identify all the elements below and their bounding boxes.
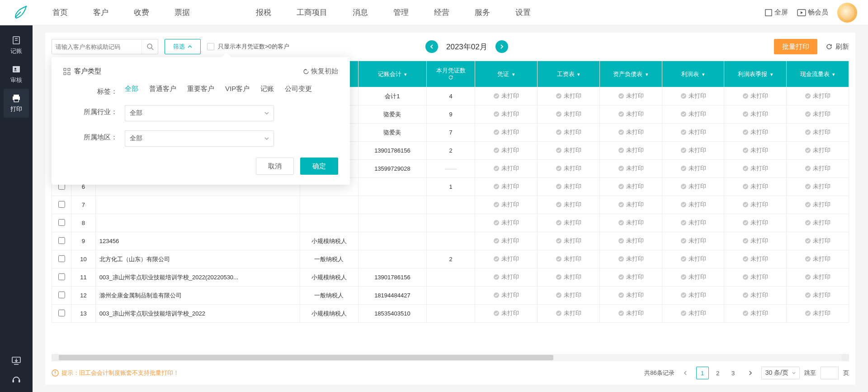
row-checkbox[interactable] [58, 219, 65, 226]
play-rect-icon [797, 9, 806, 16]
content-card: 筛选 只显示本月凭证数>0的客户 2023年02月 [45, 33, 855, 385]
nav-item-6[interactable]: 工商项目 [284, 0, 340, 25]
row-checkbox[interactable] [58, 273, 65, 280]
download-icon[interactable] [11, 356, 21, 366]
svg-point-4 [14, 68, 16, 70]
row-checkbox[interactable] [58, 292, 65, 298]
col-header-4[interactable]: 记账会计 ▾ [359, 61, 427, 87]
search-input[interactable] [52, 39, 142, 54]
nav-item-9[interactable]: 经营 [421, 0, 462, 25]
row-checkbox[interactable] [58, 310, 65, 316]
check-circle-icon [805, 256, 811, 262]
rail-item-审核[interactable]: 审核 [4, 60, 29, 89]
row-checkbox[interactable] [58, 237, 65, 244]
next-period-button[interactable] [495, 40, 508, 53]
nav-item-4[interactable]: 记账 [203, 0, 243, 25]
refresh-button[interactable]: 刷新 [826, 43, 849, 51]
tag-option[interactable]: 记账 [260, 85, 274, 93]
next-page-button[interactable] [744, 367, 757, 379]
mascot-avatar[interactable] [837, 3, 857, 23]
pagesize-select[interactable]: 30 条/页 [761, 367, 800, 379]
nav-item-1[interactable]: 客户 [80, 0, 121, 25]
table-row[interactable]: 8未打印未打印未打印未打印未打印未打印 [52, 214, 849, 232]
industry-row: 所属行业： 全部 [63, 105, 338, 121]
check-circle-icon [742, 310, 749, 316]
svg-rect-3 [13, 66, 20, 72]
col-header-5[interactable]: 本月凭证数 [426, 61, 475, 87]
tag-option[interactable]: 重要客户 [187, 85, 214, 93]
fullscreen-icon [764, 9, 773, 17]
check-circle-icon [805, 310, 811, 316]
check-circle-icon [493, 147, 500, 153]
rail-item-打印[interactable]: 打印 [4, 89, 29, 118]
scrollbar-thumb[interactable] [59, 355, 553, 360]
page-3[interactable]: 3 [727, 367, 740, 379]
tag-option[interactable]: 公司变更 [285, 85, 312, 93]
nav-item-8[interactable]: 管理 [381, 0, 421, 25]
member-label: 畅会员 [808, 8, 828, 17]
table-row[interactable]: 9123456小规模纳税人未打印未打印未打印未打印未打印未打印 [52, 232, 849, 250]
prev-period-button[interactable] [425, 40, 438, 53]
check-circle-icon [493, 274, 500, 280]
chevron-right-icon [500, 44, 504, 49]
check-circle-icon [680, 129, 687, 135]
rail-item-记账[interactable]: 记账 [4, 31, 29, 60]
page-2[interactable]: 2 [712, 367, 724, 379]
period-label: 2023年02月 [446, 42, 487, 52]
person-card-icon [11, 64, 21, 74]
horizontal-scrollbar[interactable] [52, 354, 849, 361]
show-only-checkbox[interactable]: 只显示本月凭证数>0的客户 [207, 43, 289, 51]
check-circle-icon [493, 220, 500, 226]
area-select[interactable]: 全部 [125, 130, 274, 147]
check-circle-icon [556, 220, 562, 226]
nav-item-10[interactable]: 服务 [462, 0, 503, 25]
prev-page-button[interactable] [679, 367, 692, 379]
tag-option[interactable]: 全部 [125, 85, 138, 93]
svg-rect-5 [14, 95, 19, 96]
warning-circle-icon [52, 369, 59, 377]
batch-print-button[interactable]: 批量打印 [774, 39, 817, 54]
restore-button[interactable]: 恢复初始 [303, 67, 338, 76]
search-button[interactable] [142, 39, 158, 54]
cancel-button[interactable]: 取消 [256, 158, 294, 175]
check-circle-icon [618, 274, 624, 280]
nav-item-0[interactable]: 首页 [40, 0, 80, 25]
member-button[interactable]: 畅会员 [797, 8, 828, 17]
col-header-10[interactable]: 利润表季报 ▾ [724, 61, 787, 87]
svg-rect-13 [68, 68, 70, 71]
table-row[interactable]: 10北方化工（山东）有限公司一般纳税人2未打印未打印未打印未打印未打印未打印 [52, 250, 849, 268]
scrollbar-right-arrow-icon[interactable] [842, 354, 849, 361]
col-header-11[interactable]: 现金流量表 ▾ [787, 61, 849, 87]
restore-label: 恢复初始 [311, 67, 338, 76]
nav-item-7[interactable]: 消息 [340, 0, 381, 25]
filter-button[interactable]: 筛选 [165, 39, 201, 54]
search-wrap [52, 39, 158, 54]
tag-option[interactable]: VIP客户 [225, 85, 250, 93]
table-row[interactable]: 13003_凉山州零点职业技能培训学校_2022小规模纳税人1853540351… [52, 305, 849, 323]
table-row[interactable]: 12滁州全康金属制品制造有限公司一般纳税人18194484427未打印未打印未打… [52, 287, 849, 305]
fullscreen-button[interactable]: 全屏 [764, 8, 788, 17]
filter-label: 筛选 [173, 43, 185, 51]
top-nav: 首页客户收费票据记账报税工商项目消息管理经营服务设置 全屏 畅会员 [0, 0, 868, 25]
table-row[interactable]: 11003_凉山州零点职业技能培训学校_2022(20220530...小规模纳… [52, 268, 849, 287]
col-header-9[interactable]: 利润表 ▾ [662, 61, 724, 87]
col-header-7[interactable]: 工资表 ▾ [538, 61, 600, 87]
nav-item-11[interactable]: 设置 [503, 0, 543, 25]
col-header-6[interactable]: 凭证 ▾ [475, 61, 538, 87]
check-circle-icon [493, 201, 500, 208]
check-circle-icon [618, 256, 624, 262]
table-row[interactable]: 7未打印未打印未打印未打印未打印未打印 [52, 196, 849, 214]
nav-item-2[interactable]: 收费 [121, 0, 162, 25]
row-checkbox[interactable] [58, 201, 65, 208]
jump-input[interactable] [821, 367, 839, 379]
nav-item-5[interactable]: 报税 [243, 0, 284, 25]
app-root: 首页客户收费票据记账报税工商项目消息管理经营服务设置 全屏 畅会员 记账审核打印 [0, 0, 868, 392]
confirm-button[interactable]: 确定 [300, 158, 338, 175]
tag-option[interactable]: 普通客户 [149, 85, 176, 93]
row-checkbox[interactable] [58, 255, 65, 262]
col-header-8[interactable]: 资产负债表 ▾ [599, 61, 662, 87]
headset-icon[interactable] [11, 375, 21, 385]
nav-item-3[interactable]: 票据 [162, 0, 203, 25]
page-1[interactable]: 1 [696, 367, 709, 379]
industry-select[interactable]: 全部 [125, 105, 274, 121]
